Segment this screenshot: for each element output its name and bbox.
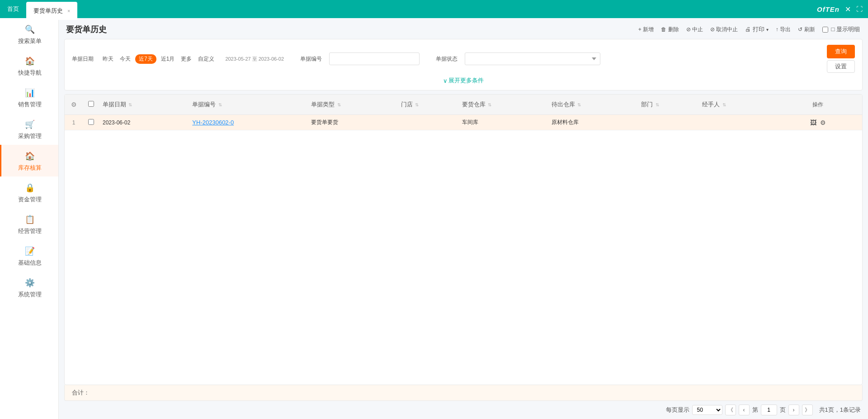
cell-doc-date: 2023-06-02: [99, 115, 189, 130]
top-bar: 首页 要货单历史 × OfTEn ✕ ⛶: [0, 0, 868, 18]
col-settings: ⚙: [65, 95, 83, 115]
page-size-label: 每页显示: [666, 406, 689, 414]
settings-button[interactable]: 设置: [827, 60, 855, 73]
tab-home[interactable]: 首页: [0, 0, 26, 18]
last-page-button[interactable]: 》: [802, 405, 813, 415]
col-department[interactable]: 部门 ⇅: [637, 95, 698, 115]
select-all-checkbox[interactable]: [88, 101, 94, 107]
page-suffix: 页: [780, 406, 786, 414]
sidebar-item-quick-nav[interactable]: 🏠 快捷导航: [0, 50, 58, 81]
col-doc-date[interactable]: 单据日期 ⇅: [99, 95, 189, 115]
finance-mgmt-icon: 🔒: [25, 183, 35, 193]
sidebar-item-purchase-mgmt[interactable]: 🛒 采购管理: [0, 113, 58, 145]
tab-history[interactable]: 要货单历史 ×: [26, 2, 77, 20]
store-sort-icon: ⇅: [415, 102, 419, 107]
filter-doc-status-label: 单据状态: [436, 55, 458, 63]
cell-handler: [698, 115, 774, 130]
cell-department: [637, 115, 698, 130]
filter-row: 单据日期 昨天 今天 近7天 近1月 更多 自定义 2023-05-27 至 2…: [72, 45, 855, 73]
expand-label: 展开更多条件: [448, 76, 484, 85]
top-bar-right: OfTEn ✕ ⛶: [817, 5, 868, 14]
expand-filter-btn[interactable]: ∨ 展开更多条件: [72, 76, 855, 85]
date-btn-1month[interactable]: 近1月: [159, 54, 177, 64]
close-window-icon[interactable]: ✕: [845, 5, 851, 14]
sidebar-label-purchase-mgmt: 采购管理: [18, 132, 42, 140]
fullscreen-icon[interactable]: ⛶: [856, 5, 863, 13]
column-settings-icon[interactable]: ⚙: [68, 99, 79, 110]
first-page-button[interactable]: 《: [725, 405, 736, 415]
filter-area: 单据日期 昨天 今天 近7天 近1月 更多 自定义 2023-05-27 至 2…: [64, 39, 863, 90]
date-btn-yesterday[interactable]: 昨天: [101, 54, 115, 64]
filter-doc-num-label: 单据编号: [300, 55, 322, 63]
operations-mgmt-icon: 📋: [25, 214, 35, 224]
date-btn-7days[interactable]: 近7天: [135, 54, 156, 64]
next-page-button[interactable]: ›: [788, 405, 799, 415]
cell-checkbox: [83, 115, 99, 130]
page-title: 要货单历史: [66, 24, 107, 35]
page-num-input[interactable]: [761, 405, 777, 415]
cancel-stop-button[interactable]: ⊘ 取消中止: [709, 24, 739, 35]
req-warehouse-sort-icon: ⇅: [488, 102, 491, 107]
prev-page-button[interactable]: ‹: [739, 405, 750, 415]
pagination-bar: 每页显示 50 20 100 《 ‹ 第 页 › 》 共1页，1条记录: [59, 401, 868, 419]
sidebar-item-sales-mgmt[interactable]: 📊 销售管理: [0, 81, 58, 113]
sidebar-item-basic-info[interactable]: 📝 基础信息: [0, 240, 58, 271]
tab-list: 首页 要货单历史 ×: [0, 0, 77, 18]
show-detail-checkbox[interactable]: [822, 27, 828, 33]
date-btn-today[interactable]: 今天: [118, 54, 132, 64]
sidebar-label-system-mgmt: 系统管理: [18, 290, 42, 299]
quick-nav-icon: 🏠: [25, 56, 35, 66]
content-area: 要货单历史 + 新增 🗑 删除 ⊘ 中止 ⊘ 取消中止 🖨 打印 ▾ ↑ 导出 …: [59, 18, 868, 419]
date-btn-custom[interactable]: 自定义: [196, 54, 216, 64]
sidebar-label-sales-mgmt: 销售管理: [18, 100, 42, 109]
cell-actions: 🖼 ⚙: [774, 115, 862, 130]
filter-date-range: 2023-05-27 至 2023-06-02: [225, 56, 284, 62]
filter-doc-status-select[interactable]: [465, 52, 600, 65]
col-handler[interactable]: 经手人 ⇅: [698, 95, 774, 115]
col-req-warehouse[interactable]: 要货仓库 ⇅: [458, 95, 548, 115]
cell-num: 1: [65, 115, 83, 130]
query-button[interactable]: 查询: [827, 45, 855, 58]
print-button[interactable]: 🖨 打印 ▾: [744, 24, 769, 35]
sidebar-item-operations-mgmt[interactable]: 📋 经营管理: [0, 208, 58, 240]
col-doc-num[interactable]: 单据编号 ⇅: [189, 95, 307, 115]
tab-history-label: 要货单历史: [33, 7, 63, 15]
export-button[interactable]: ↑ 导出: [775, 24, 792, 35]
table-body: 1 2023-06-02 YH-20230602-0 要货单要货 车间库 原材料…: [65, 115, 862, 130]
sidebar-item-system-mgmt[interactable]: ⚙️ 系统管理: [0, 271, 58, 303]
col-store[interactable]: 门店 ⇅: [397, 95, 458, 115]
sidebar-item-inventory[interactable]: 🏠 库存核算: [0, 145, 58, 176]
row-more-icon[interactable]: ⚙: [820, 119, 826, 126]
sales-mgmt-icon: 📊: [25, 88, 35, 98]
footer-total-label: 合计：: [72, 389, 90, 397]
row-checkbox[interactable]: [88, 119, 94, 125]
table-row: 1 2023-06-02 YH-20230602-0 要货单要货 车间库 原材料…: [65, 115, 862, 130]
row-edit-icon[interactable]: 🖼: [810, 119, 816, 126]
show-detail-label: □ 显示明细: [831, 25, 860, 33]
tab-home-label: 首页: [7, 5, 19, 13]
filter-doc-num-input[interactable]: [329, 52, 420, 65]
total-info: 共1页，1条记录: [819, 406, 861, 414]
refresh-button[interactable]: ↺ 刷新: [797, 24, 816, 35]
pending-warehouse-sort-icon: ⇅: [577, 102, 581, 107]
doc-num-link[interactable]: YH-20230602-0: [192, 119, 234, 126]
brand-text: OfTEn: [817, 5, 840, 13]
sidebar-label-finance-mgmt: 资金管理: [18, 195, 42, 204]
delete-button[interactable]: 🗑 删除: [660, 24, 679, 35]
main-layout: 🔍 搜索菜单 🏠 快捷导航 📊 销售管理 🛒 采购管理 🏠 库存核算 🔒 资金管…: [0, 18, 868, 419]
col-doc-type[interactable]: 单据类型 ⇅: [307, 95, 397, 115]
sidebar-label-quick-nav: 快捷导航: [18, 69, 42, 77]
sidebar-item-finance-mgmt[interactable]: 🔒 资金管理: [0, 176, 58, 208]
sidebar-item-search-menu[interactable]: 🔍 搜索菜单: [0, 18, 58, 50]
date-btn-more[interactable]: 更多: [179, 54, 193, 64]
col-checkbox: [83, 95, 99, 115]
show-detail-button[interactable]: □ 显示明细: [821, 24, 861, 35]
basic-info-icon: 📝: [25, 246, 35, 256]
page-size-select[interactable]: 50 20 100: [692, 405, 722, 415]
stop-button[interactable]: ⊘ 中止: [685, 24, 704, 35]
col-pending-warehouse[interactable]: 待出仓库 ⇅: [548, 95, 637, 115]
tab-close-icon[interactable]: ×: [67, 8, 70, 14]
print-dropdown-icon[interactable]: ▾: [766, 27, 769, 32]
col-actions: 操作: [774, 95, 862, 115]
new-button[interactable]: + 新增: [637, 24, 655, 35]
